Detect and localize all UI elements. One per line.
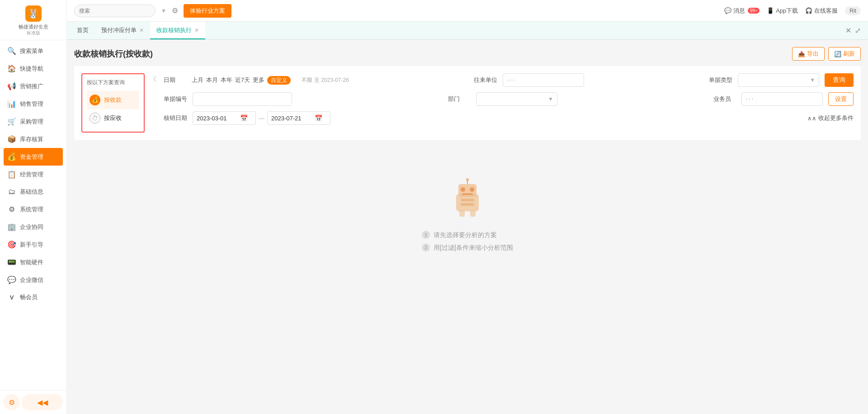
service-icon: 🎧 <box>805 7 812 14</box>
message-icon: 💬 <box>724 7 731 14</box>
tip-text-1: 请先选择要分析的方案 <box>434 228 497 241</box>
sidebar-item-marketing[interactable]: 📢 营销推广 <box>0 77 66 95</box>
sidebar-item-quicknav[interactable]: 🏠 快捷导航 <box>0 60 66 77</box>
app-icon: 📱 <box>767 7 774 14</box>
close-tab-prepay[interactable]: ✕ <box>139 27 144 33</box>
staff-dots: ··· <box>745 95 754 103</box>
sidebar-item-label: 智能硬件 <box>20 258 43 266</box>
page-title: 收款核销执行(按收款) <box>74 48 153 59</box>
svg-rect-9 <box>459 210 465 217</box>
counterpart-label: 往来单位 <box>474 76 497 84</box>
sidebar-item-guide[interactable]: 🎯 新手引导 <box>0 236 66 253</box>
dept-arrow-icon: ▼ <box>548 96 553 102</box>
tab-home[interactable]: 首页 <box>71 22 95 39</box>
date-custom-badge[interactable]: 自定义 <box>267 76 291 85</box>
sidebar-item-label: 库存核算 <box>20 135 43 143</box>
sidebar-item-label: 搜索菜单 <box>20 47 43 55</box>
filter-by-receipt[interactable]: 💰 按收款 <box>87 91 139 109</box>
filter-collapse-btn[interactable]: 《 <box>148 73 158 85</box>
export-btn[interactable]: 📤 导出 <box>792 47 825 61</box>
hardware-icon: 📟 <box>7 258 16 266</box>
doctype-arrow-icon: ▼ <box>810 77 815 83</box>
service-label: 在线客服 <box>814 7 838 15</box>
industry-btn[interactable]: 体验行业方案 <box>184 4 231 18</box>
tip-text-2: 用[过滤]条件来缩小分析范围 <box>434 241 513 254</box>
sidebar-item-member[interactable]: V 畅会员 <box>0 289 66 306</box>
svg-rect-8 <box>461 203 474 206</box>
finance-icon: 💰 <box>7 152 16 161</box>
tab-close-icon[interactable]: ✕ <box>845 26 851 35</box>
sidebar-item-label: 企业协同 <box>20 223 43 231</box>
sidebar-item-label: 采购管理 <box>20 118 43 126</box>
sidebar-item-finance[interactable]: 💰 资金管理 <box>4 148 63 166</box>
sidebar-logo: 🐰 畅捷通好生意 标准版 <box>0 0 66 40</box>
sidebar-item-search[interactable]: 🔍 搜索菜单 <box>0 42 66 60</box>
date-dash: — <box>259 115 264 122</box>
dropdown-arrow-icon[interactable]: ▼ <box>161 8 166 14</box>
query-btn[interactable]: 查询 <box>825 73 854 87</box>
message-btn[interactable]: 💬 消息 99+ <box>724 7 760 15</box>
collapse-up-icon: ∧∧ <box>807 115 816 122</box>
tab-expand-icon[interactable]: ⤢ <box>855 26 861 35</box>
date-more[interactable]: 更多 <box>253 76 264 84</box>
dept-select[interactable]: ▼ <box>476 92 557 106</box>
sidebar-item-system[interactable]: ⚙ 系统管理 <box>0 200 66 218</box>
sidebar-bottom: ⚙ ◀◀ <box>0 390 66 414</box>
sidebar-item-enterprise[interactable]: 🏢 企业协同 <box>0 218 66 236</box>
refresh-icon: 🔄 <box>834 51 841 57</box>
sidebar-item-inventory[interactable]: 📦 库存核算 <box>0 130 66 148</box>
date-last-month[interactable]: 上月 <box>192 76 203 84</box>
filter-row-2: 单据编号 部门 ▼ 业务员 ··· 设置 <box>164 92 854 106</box>
sidebar-collapse-btn[interactable]: ◀◀ <box>22 394 63 410</box>
filter-form: 日期 上月 本月 本年 近7天 更多 自定义 不限 至 2023-07-26 <box>164 73 854 133</box>
sidebar-item-wechat[interactable]: 💬 企业微信 <box>0 271 66 289</box>
receivable-icon: ⏱ <box>90 113 100 124</box>
member-icon: V <box>7 294 16 301</box>
sidebar-item-label: 系统管理 <box>20 205 43 214</box>
sidebar-item-hardware[interactable]: 📟 智能硬件 <box>0 253 66 271</box>
date-this-year[interactable]: 本年 <box>221 76 232 84</box>
user-avatar[interactable]: Rit <box>845 6 861 15</box>
sidebar-settings-btn[interactable]: ⚙ <box>4 394 20 410</box>
calendar-start-icon[interactable]: 📅 <box>240 114 248 122</box>
filter-panel-title: 按以下方案查询 <box>87 79 139 86</box>
filter-row-3: 核销日期 📅 — 📅 <box>164 111 854 125</box>
sidebar-item-operations[interactable]: 📋 经营管理 <box>0 166 66 183</box>
doctype-select[interactable]: ▼ <box>738 73 819 87</box>
refresh-btn[interactable]: 🔄 刷新 <box>828 47 861 61</box>
writeoff-end-input[interactable] <box>271 115 312 122</box>
svg-rect-10 <box>470 210 476 217</box>
sidebar-item-sales[interactable]: 📊 销售管理 <box>0 95 66 113</box>
filter-by-receivable[interactable]: ⏱ 按应收 <box>87 109 139 127</box>
close-tab-receivables[interactable]: ✕ <box>194 27 199 33</box>
writeoff-date-range: 📅 — 📅 <box>193 111 330 125</box>
app-download-btn[interactable]: 📱 App下载 <box>767 7 798 15</box>
writeoff-start-input[interactable] <box>197 115 237 122</box>
username-label: Rit <box>849 8 856 14</box>
settings-gear-icon[interactable]: ⚙ <box>172 6 178 15</box>
topbar-right: 💬 消息 99+ 📱 App下载 🎧 在线客服 Rit <box>724 6 861 15</box>
sidebar-item-label: 快捷导航 <box>20 65 43 73</box>
sidebar-item-purchase[interactable]: 🛒 采购管理 <box>0 113 66 130</box>
staff-select[interactable]: ··· <box>741 92 823 106</box>
home-icon: 🏠 <box>7 64 16 73</box>
date-this-month[interactable]: 本月 <box>206 76 218 84</box>
service-btn[interactable]: 🎧 在线客服 <box>805 7 838 15</box>
sidebar-item-basic[interactable]: 🗂 基础信息 <box>0 183 66 200</box>
sidebar-item-label: 新手引导 <box>20 241 43 249</box>
date-7days[interactable]: 近7天 <box>235 76 250 84</box>
calendar-end-icon[interactable]: 📅 <box>315 114 322 122</box>
collapse-more-btn[interactable]: ∧∧ 收起更多条件 <box>807 114 854 122</box>
sidebar-item-label: 基础信息 <box>20 188 43 196</box>
page-actions: 📤 导出 🔄 刷新 <box>792 47 861 61</box>
system-icon: ⚙ <box>7 205 16 214</box>
page-header: 收款核销执行(按收款) 📤 导出 🔄 刷新 <box>74 47 861 61</box>
tab-prepay[interactable]: 预付冲应付单 ✕ <box>95 22 150 39</box>
tab-receivables[interactable]: 收款核销执行 ✕ <box>150 22 205 39</box>
message-label: 消息 <box>733 7 745 15</box>
robot-svg <box>445 176 490 221</box>
search-input[interactable] <box>74 5 156 17</box>
counterpart-select[interactable]: ··· <box>503 73 584 87</box>
settings-btn[interactable]: 设置 <box>828 92 854 106</box>
docno-input[interactable] <box>193 92 292 106</box>
